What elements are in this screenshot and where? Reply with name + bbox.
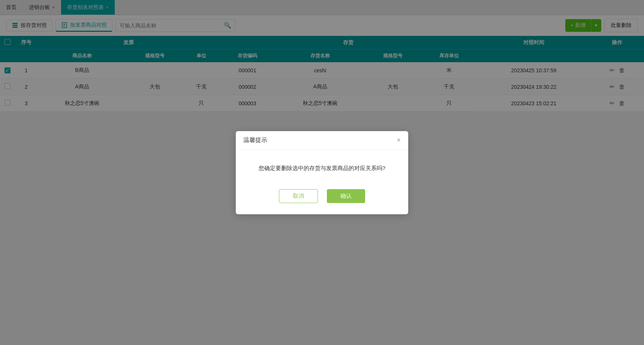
dialog-overlay: 温馨提示 × 您确定要删除选中的存货与发票商品的对应关系吗? 取消 确认	[0, 0, 644, 112]
